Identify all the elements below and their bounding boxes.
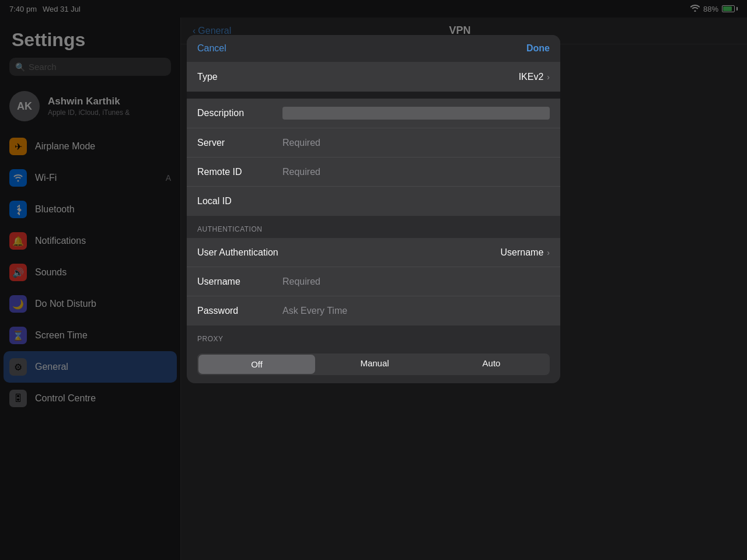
type-value-container[interactable]: IKEv2 › [519, 72, 550, 82]
description-label: Description [197, 108, 273, 118]
user-auth-value-container[interactable]: Username › [501, 247, 550, 258]
user-auth-row[interactable]: User Authentication Username › [187, 238, 560, 267]
server-label: Server [197, 138, 273, 148]
proxy-auto-button[interactable]: Auto [433, 354, 550, 375]
type-label: Type [197, 72, 273, 82]
description-value[interactable] [282, 107, 550, 120]
server-row[interactable]: Server Required [187, 128, 560, 158]
password-placeholder: Ask Every Time [282, 306, 550, 316]
password-row[interactable]: Password Ask Every Time [187, 296, 560, 326]
type-value: IKEv2 [519, 72, 544, 82]
type-section: Type IKEv2 › [187, 62, 560, 92]
modal-done-button[interactable]: Done [526, 43, 550, 54]
password-label: Password [197, 306, 273, 316]
type-chevron-icon: › [547, 72, 550, 82]
user-auth-chevron-icon: › [547, 248, 550, 257]
proxy-manual-button[interactable]: Manual [316, 354, 433, 375]
type-row[interactable]: Type IKEv2 › [187, 62, 560, 92]
description-row[interactable]: Description [187, 99, 560, 128]
remote-id-label: Remote ID [197, 167, 273, 177]
user-auth-label: User Authentication [197, 247, 278, 258]
username-placeholder: Required [282, 276, 550, 287]
auth-section-header: Authentication [187, 216, 560, 238]
proxy-off-button[interactable]: Off [198, 355, 315, 374]
remote-id-row[interactable]: Remote ID Required [187, 158, 560, 187]
local-id-label: Local ID [197, 196, 273, 206]
username-label: Username [197, 276, 273, 287]
server-placeholder: Required [282, 138, 550, 148]
vpn-modal: Cancel Done Type IKEv2 › Description Ser… [187, 35, 560, 383]
proxy-section-header: Proxy [187, 326, 560, 348]
modal-header: Cancel Done [187, 35, 560, 62]
remote-id-placeholder: Required [282, 167, 550, 177]
user-auth-value: Username [501, 247, 544, 258]
modal-overlay: Cancel Done Type IKEv2 › Description Ser… [0, 0, 747, 560]
cancel-button[interactable]: Cancel [197, 43, 226, 54]
proxy-segment-control[interactable]: Off Manual Auto [197, 354, 550, 375]
local-id-row[interactable]: Local ID [187, 187, 560, 216]
username-row[interactable]: Username Required [187, 267, 560, 296]
proxy-section: Off Manual Auto [187, 354, 560, 375]
auth-section: User Authentication Username › Username … [187, 238, 560, 326]
basic-fields-section: Description Server Required Remote ID Re… [187, 99, 560, 216]
